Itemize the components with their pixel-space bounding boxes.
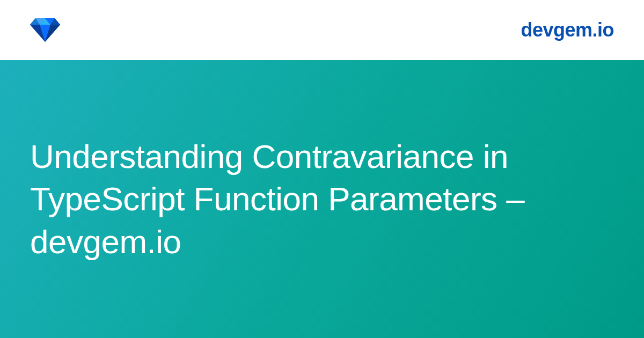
page-title: Understanding Contravariance in TypeScri… — [30, 135, 594, 263]
brand-name: devgem.io — [521, 19, 614, 41]
header: devgem.io — [0, 0, 644, 60]
hero-banner: Understanding Contravariance in TypeScri… — [0, 60, 644, 338]
gem-icon — [30, 17, 60, 43]
